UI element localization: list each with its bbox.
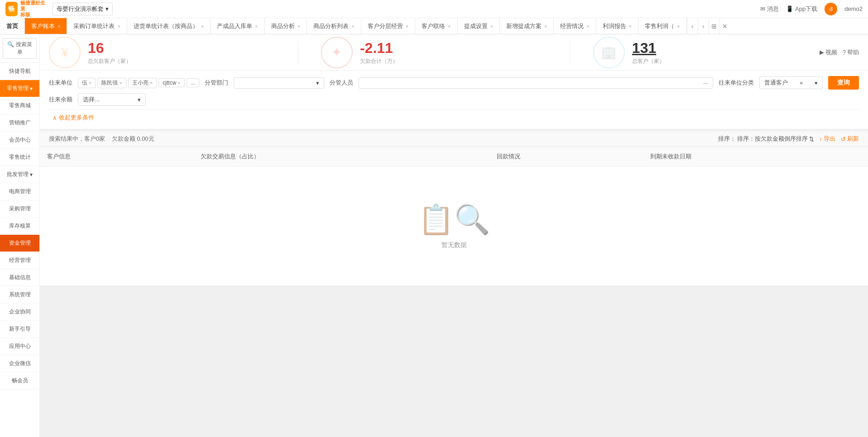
phone-icon: 📱 [786, 5, 793, 12]
tab-customer-capital[interactable]: 客户账本 × [25, 18, 67, 34]
tab-purchase-stats-label: 进货单统计表（按商品） [134, 22, 198, 30]
unit-tag-cjttcw-close[interactable]: × [177, 80, 180, 86]
tab-retail-profit[interactable]: 零售利润（ × [638, 18, 686, 34]
unit-tag-wang-close[interactable]: × [150, 80, 153, 86]
sort-btn[interactable]: 排序： 排序：按欠款金额倒序排序 ⇅ [718, 135, 814, 143]
tab-customer-segment-close[interactable]: × [406, 24, 408, 29]
tab-promo-settings[interactable]: 提成设置 × [458, 18, 500, 34]
bg-icon-customers: ¥ [49, 37, 81, 68]
tab-product-analysis-list[interactable]: 商品分析列表 × [307, 18, 361, 34]
tab-new-promo-close[interactable]: × [544, 24, 547, 29]
sidebar-item-operations[interactable]: 经营管理 [0, 252, 39, 269]
tab-purchase-order-close[interactable]: × [117, 24, 120, 29]
org-selector[interactable]: 母婴行业演示帐套 ▾ [53, 3, 113, 15]
unit-tag-wu[interactable]: 伍 × [78, 78, 96, 88]
chevron-down-icon-class: ▾ [815, 80, 818, 86]
query-button[interactable]: 查询 [828, 76, 859, 90]
bg-icon-total: 🏢 [593, 37, 625, 68]
tab-new-promo-label: 新增提成方案 [506, 22, 542, 30]
sidebar-member-label: 会员中心 [9, 136, 31, 144]
dept-select[interactable]: ▾ [234, 77, 324, 89]
sidebar-item-app-center[interactable]: 应用中心 [0, 338, 39, 355]
sidebar-item-marketing[interactable]: 营销推广 [0, 114, 39, 132]
results-bar-right: 排序： 排序：按欠款金额倒序排序 ⇅ ↑ 导出 ↺ 刷新 [718, 135, 859, 143]
sidebar-item-retail-stats[interactable]: 零售统计 [0, 149, 39, 166]
tab-operation-close[interactable]: × [586, 24, 589, 29]
tab-product-analysis[interactable]: 商品分析 × [265, 18, 307, 34]
sidebar-item-purchase[interactable]: 采购管理 [0, 200, 39, 218]
unit-tag-cjttcw[interactable]: cjttcw × [158, 78, 184, 87]
sort-label: 排序： [718, 135, 736, 143]
tab-purchase-order[interactable]: 采购订单统计表 × [67, 18, 127, 34]
nav-close-all[interactable]: ✕ [719, 18, 730, 34]
tab-purchase-stats-close[interactable]: × [201, 24, 204, 29]
sidebar-item-ecommerce[interactable]: 电商管理 [0, 183, 39, 200]
tab-customer-segment[interactable]: 客户分层经营 × [361, 18, 415, 34]
unit-tag-wu-close[interactable]: × [89, 80, 91, 86]
tab-product-in-close[interactable]: × [255, 24, 258, 29]
sidebar-operations-label: 经营管理 [9, 256, 31, 264]
unit-tag-more[interactable]: ... [187, 78, 199, 87]
sidebar-vip-member-label: 畅会员 [12, 377, 28, 385]
tab-operation[interactable]: 经营情况 × [554, 18, 596, 34]
username[interactable]: demo2 [844, 5, 863, 12]
collapse-btn[interactable]: ∧ 收起更多条件 [49, 112, 859, 124]
sidebar-item-member[interactable]: 会员中心 [0, 132, 39, 149]
nav-expand-arrow[interactable]: ⊞ [709, 18, 719, 34]
sidebar-item-finance[interactable]: 资金管理 [0, 235, 39, 252]
sidebar-ecommerce-label: 电商管理 [9, 188, 31, 195]
unit-tag-wang[interactable]: 王小亮 × [128, 78, 157, 88]
tab-new-promo[interactable]: 新增提成方案 × [500, 18, 554, 34]
remainder-select[interactable]: 选择... ▾ [78, 93, 146, 106]
sidebar-item-inventory[interactable]: 库存核算 [0, 218, 39, 235]
tab-customer-contact[interactable]: 客户联络 × [415, 18, 457, 34]
results-summary: 搜索结果中，客户0家 欠款金额 0.00元 [49, 135, 154, 143]
nav-next-arrow[interactable]: › [698, 18, 709, 34]
tab-product-analysis-list-close[interactable]: × [351, 24, 354, 29]
sidebar-item-wholesale[interactable]: 批发管理 ▾ [0, 166, 39, 183]
avatar[interactable]: d [825, 3, 837, 15]
stat-block-2: ✦ -2.11 欠款合计（万） [312, 37, 556, 68]
unit-tag-chen-close[interactable]: × [119, 80, 122, 86]
tab-product-analysis-list-label: 商品分析列表 [313, 22, 349, 30]
logo-area: 畅 畅捷通好生意 标版 [5, 0, 45, 18]
results-bar: 搜索结果中，客户0家 欠款金额 0.00元 排序： 排序：按欠款金额倒序排序 ⇅… [40, 131, 868, 147]
unit-tag-chen[interactable]: 陈民强 × [97, 78, 126, 88]
sidebar-item-quick-nav[interactable]: 快捷导航 [0, 63, 39, 80]
nav-prev-arrow[interactable]: ‹ [687, 18, 698, 34]
sidebar-item-enterprise[interactable]: 企业协同 [0, 304, 39, 321]
tab-customer-capital-close[interactable]: × [58, 24, 60, 29]
tab-product-analysis-close[interactable]: × [297, 24, 300, 29]
sidebar-item-basic-info[interactable]: 基础信息 [0, 269, 39, 286]
tab-customer-contact-close[interactable]: × [448, 24, 451, 29]
sidebar-item-vip-member[interactable]: 畅会员 [0, 372, 39, 390]
tab-profit-report-close[interactable]: × [629, 24, 632, 29]
sidebar-retail-label: 零售管理 [7, 85, 29, 92]
tab-retail-profit-close[interactable]: × [677, 24, 680, 29]
sidebar-item-retail[interactable]: 零售管理 ▾ [0, 80, 39, 97]
sidebar-item-retail-shop[interactable]: 零售商城 [0, 97, 39, 114]
app-download-btn[interactable]: 📱 App下载 [786, 5, 817, 13]
refresh-btn[interactable]: ↺ 刷新 [841, 135, 859, 143]
tab-retail-profit-label: 零售利润（ [645, 22, 674, 30]
tab-profit-report[interactable]: 利润报告 × [596, 18, 638, 34]
video-btn[interactable]: ▶ 视频 [820, 48, 837, 57]
tab-home[interactable]: 首页 [0, 18, 25, 34]
sidebar-marketing-label: 营销推广 [9, 119, 31, 127]
unit-class-tag-close[interactable]: × [800, 80, 803, 86]
person-select[interactable]: ··· [359, 77, 713, 89]
collapse-icon: ∧ [53, 114, 57, 121]
question-icon: ? [843, 49, 846, 56]
export-btn[interactable]: ↑ 导出 [820, 135, 836, 143]
tab-product-in[interactable]: 产成品入库单 × [211, 18, 264, 34]
help-btn[interactable]: ? 帮助 [843, 48, 859, 57]
sidebar-item-enterprise-wechat[interactable]: 企业微信 [0, 355, 39, 372]
sidebar-search-btn[interactable]: 🔍 搜索菜单 [3, 38, 37, 59]
tab-purchase-stats[interactable]: 进货单统计表（按商品） × [127, 18, 211, 34]
messages-btn[interactable]: ✉ 消息 [760, 5, 779, 13]
sidebar-item-new-guide[interactable]: 新手引导 [0, 321, 39, 338]
sidebar-retail-shop-label: 零售商城 [9, 102, 31, 109]
tab-promo-settings-close[interactable]: × [490, 24, 493, 29]
unit-class-select[interactable]: 普通客户 × ▾ [759, 76, 823, 89]
sidebar-item-system[interactable]: 系统管理 [0, 286, 39, 304]
